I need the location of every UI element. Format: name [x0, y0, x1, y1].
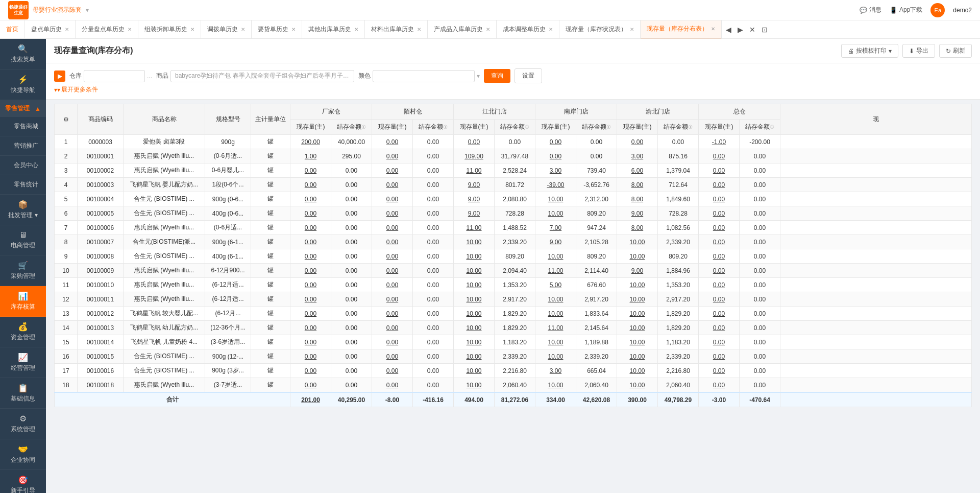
cell-ybq[interactable]: 10.00	[617, 249, 658, 264]
cell-nbq[interactable]: 0.00	[535, 135, 576, 149]
cell-ybq[interactable]: 9.00	[617, 206, 658, 221]
cell-fq[interactable]: 0.00	[290, 221, 331, 235]
cell-mq[interactable]: 0.00	[372, 335, 413, 349]
cell-jbq[interactable]: 9.00	[454, 192, 495, 206]
cell-ybq[interactable]: 0.00	[617, 135, 658, 149]
settings-button[interactable]: 设置	[514, 68, 542, 83]
tab-11-active[interactable]: 现存量（库存分布表） ✕	[641, 20, 722, 39]
tab-4[interactable]: 调拨单历史 ✕	[201, 20, 252, 39]
print-button[interactable]: 🖨 按模板打印 ▾	[841, 44, 898, 58]
cell-nbq[interactable]: 11.00	[535, 264, 576, 278]
cell-tq[interactable]: -1.00	[699, 135, 740, 149]
cell-jbq[interactable]: 10.00	[454, 292, 495, 307]
tab-6[interactable]: 其他出库单历史 ✕	[302, 20, 365, 39]
cell-tq[interactable]: 0.00	[699, 349, 740, 364]
cell-ybq[interactable]: 6.00	[617, 163, 658, 178]
cell-nbq[interactable]: 10.00	[535, 378, 576, 393]
tab-1[interactable]: 盘点单历史 ✕	[25, 20, 76, 39]
expand-conditions-btn[interactable]: ▾▾ 展开更多条件	[54, 85, 972, 94]
cell-fq[interactable]: 1.00	[290, 149, 331, 163]
cell-mq[interactable]: 0.00	[372, 163, 413, 178]
message-btn[interactable]: 💬 消息	[860, 6, 881, 14]
cell-nbq[interactable]: 10.00	[535, 249, 576, 264]
sidebar-item-purchase[interactable]: 🛒 采购管理	[0, 255, 46, 286]
sidebar-item-ecommerce[interactable]: 🖥 电商管理	[0, 225, 46, 255]
cell-tq[interactable]: 0.00	[699, 221, 740, 235]
cell-fq[interactable]: 0.00	[290, 278, 331, 292]
tab-close-4[interactable]: ✕	[241, 27, 245, 32]
sidebar-item-sys-mgmt[interactable]: ⚙ 系统管理	[0, 409, 46, 439]
app-download-btn[interactable]: 📱 App下载	[890, 6, 922, 14]
tab-7[interactable]: 材料出库单历史 ✕	[365, 20, 428, 39]
tab-home[interactable]: 首页	[0, 20, 25, 39]
cell-ybq[interactable]: 10.00	[617, 278, 658, 292]
cell-jbq[interactable]: 9.00	[454, 178, 495, 192]
cell-mq[interactable]: 0.00	[372, 307, 413, 321]
cell-mq[interactable]: 0.00	[372, 249, 413, 264]
cell-ybq[interactable]: 8.00	[617, 178, 658, 192]
cell-fq[interactable]: 0.00	[290, 235, 331, 249]
tab-close-11[interactable]: ✕	[711, 26, 715, 32]
cell-tq[interactable]: 0.00	[699, 292, 740, 307]
tab-10[interactable]: 现存量（库存状况表） ✕	[559, 20, 641, 39]
cell-ybq[interactable]: 9.00	[617, 264, 658, 278]
cell-tq[interactable]: 0.00	[699, 192, 740, 206]
warehouse-input[interactable]	[84, 70, 145, 82]
tab-8[interactable]: 产成品入库单历史 ✕	[428, 20, 497, 39]
cell-jbq[interactable]: 10.00	[454, 349, 495, 364]
cell-mq[interactable]: 0.00	[372, 321, 413, 335]
cell-ybq[interactable]: 10.00	[617, 349, 658, 364]
cell-tq[interactable]: 0.00	[699, 149, 740, 163]
cell-jbq[interactable]: 10.00	[454, 378, 495, 393]
cell-mq[interactable]: 0.00	[372, 264, 413, 278]
cell-tq[interactable]: 0.00	[699, 264, 740, 278]
cell-fq[interactable]: 200.00	[290, 135, 331, 149]
filter-toggle-btn[interactable]: ▶	[54, 71, 65, 82]
refresh-button[interactable]: ↻ 刷新	[939, 44, 972, 58]
cell-tq[interactable]: 0.00	[699, 278, 740, 292]
tab-close-2[interactable]: ✕	[128, 27, 132, 32]
sidebar-item-retail-mgmt[interactable]: 零售管理 ▲	[0, 100, 46, 117]
cell-fq[interactable]: 0.00	[290, 349, 331, 364]
cell-nbq[interactable]: 10.00	[535, 192, 576, 206]
cell-mq[interactable]: 0.00	[372, 364, 413, 378]
cell-nbq[interactable]: 10.00	[535, 349, 576, 364]
sidebar-item-retail-stats[interactable]: 零售统计	[0, 175, 46, 195]
cell-fq[interactable]: 0.00	[290, 163, 331, 178]
tab-3[interactable]: 组装拆卸单历史 ✕	[138, 20, 201, 39]
cell-mq[interactable]: 0.00	[372, 292, 413, 307]
tab-5[interactable]: 要货单历史 ✕	[252, 20, 302, 39]
cell-tq[interactable]: 0.00	[699, 163, 740, 178]
sidebar-item-marketing[interactable]: 营销推广	[0, 136, 46, 156]
cell-nbq[interactable]: 11.00	[535, 321, 576, 335]
tab-close-6[interactable]: ✕	[354, 27, 358, 32]
tab-expand[interactable]: ⊡	[760, 25, 770, 35]
sidebar-item-inventory[interactable]: 📊 库存核算	[0, 286, 46, 317]
tab-scroll-right[interactable]: ▶	[736, 25, 745, 35]
sidebar-item-retail-mall[interactable]: 零售商城	[0, 117, 46, 136]
cell-nbq[interactable]: 9.00	[535, 235, 576, 249]
cell-fq[interactable]: 0.00	[290, 264, 331, 278]
cell-ybq[interactable]: 3.00	[617, 149, 658, 163]
sidebar-item-guide[interactable]: 🎯 新手引导	[0, 470, 46, 493]
tab-close-8[interactable]: ✕	[486, 27, 490, 32]
cell-ybq[interactable]: 8.00	[617, 221, 658, 235]
tab-close-10[interactable]: ✕	[630, 27, 634, 32]
user-avatar[interactable]: Ea	[930, 3, 945, 17]
cell-mq[interactable]: 0.00	[372, 192, 413, 206]
cell-fq[interactable]: 0.00	[290, 292, 331, 307]
cell-tq[interactable]: 0.00	[699, 364, 740, 378]
sidebar-item-wholesale[interactable]: 📦 批发管理 ▾	[0, 195, 46, 225]
cell-tq[interactable]: 0.00	[699, 378, 740, 393]
tab-9[interactable]: 成本调整单历史 ✕	[497, 20, 559, 39]
cell-jbq[interactable]: 10.00	[454, 307, 495, 321]
tab-close-1[interactable]: ✕	[65, 27, 69, 32]
cell-tq[interactable]: 0.00	[699, 335, 740, 349]
sidebar-item-search[interactable]: 🔍 搜索英单	[0, 39, 46, 69]
cell-ybq[interactable]: 10.00	[617, 378, 658, 393]
cell-jbq[interactable]: 10.00	[454, 264, 495, 278]
cell-nbq[interactable]: 10.00	[535, 292, 576, 307]
cell-mq[interactable]: 0.00	[372, 149, 413, 163]
cell-mq[interactable]: 0.00	[372, 135, 413, 149]
cell-ybq[interactable]: 10.00	[617, 292, 658, 307]
